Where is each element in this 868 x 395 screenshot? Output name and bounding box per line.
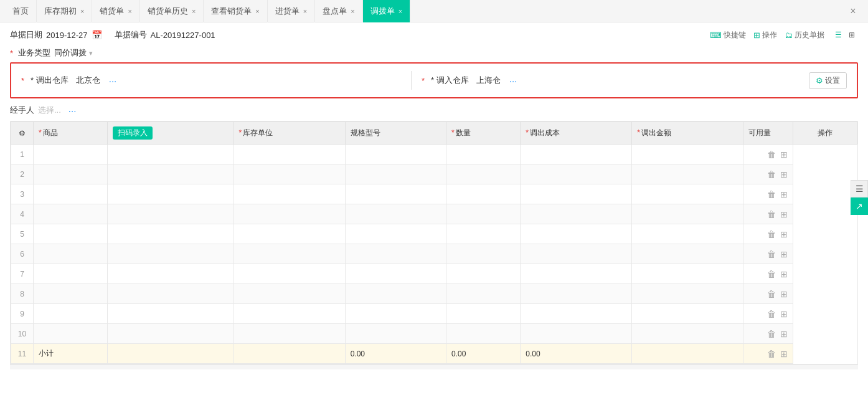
row-6-available[interactable] [632,244,743,264]
row-7-available[interactable] [632,264,743,284]
row-8-goods[interactable] [34,284,108,304]
delete-row-3-icon[interactable]: 🗑 [767,189,776,199]
history-action[interactable]: 🗂 历史单据 [785,30,824,40]
copy-row-3-icon[interactable]: ⊞ [780,189,788,199]
row-6-unit[interactable] [108,244,234,264]
row-10-qty[interactable] [345,324,446,344]
row-10-amount[interactable] [521,324,632,344]
layout-grid-icon[interactable]: ⊞ [846,29,858,41]
delete-row-8-icon[interactable]: 🗑 [767,289,776,299]
row-10-goods[interactable] [34,324,108,344]
row-9-amount[interactable] [521,304,632,324]
row-3-goods[interactable] [34,184,108,204]
tab-view-sales[interactable]: 查看销货单 × [204,0,267,22]
copy-row-5-icon[interactable]: ⊞ [780,229,788,239]
row-1-cost[interactable] [446,145,521,164]
delete-subtotal-icon[interactable]: 🗑 [767,349,776,359]
row-4-amount[interactable] [521,204,632,224]
copy-row-9-icon[interactable]: ⊞ [780,309,788,319]
row-9-unit[interactable] [108,304,234,324]
row-6-amount[interactable] [521,244,632,264]
window-close-button[interactable]: × [843,1,863,21]
row-3-spec[interactable] [234,184,345,204]
delete-row-5-icon[interactable]: 🗑 [767,229,776,239]
shortcut-action[interactable]: ⌨ 快捷键 [710,30,746,40]
row-2-unit[interactable] [108,164,234,184]
copy-row-1-icon[interactable]: ⊞ [780,150,788,159]
copy-row-4-icon[interactable]: ⊞ [780,209,788,219]
out-warehouse-more-btn[interactable]: ··· [109,75,117,86]
row-8-cost[interactable] [446,284,521,304]
copy-row-2-icon[interactable]: ⊞ [780,169,788,179]
row-1-available[interactable] [632,145,743,164]
in-warehouse-value[interactable]: 上海仓 [476,75,501,86]
tab-purchase-order[interactable]: 进货单 × [268,0,315,22]
row-3-amount[interactable] [521,184,632,204]
float-list-btn[interactable]: ☰ [851,180,868,198]
row-6-spec[interactable] [234,244,345,264]
tab-home[interactable]: 首页 [5,0,37,22]
close-tab-purchase-order[interactable]: × [303,7,307,15]
row-2-qty[interactable] [345,164,446,184]
row-7-amount[interactable] [521,264,632,284]
row-9-goods[interactable] [34,304,108,324]
row-8-available[interactable] [632,284,743,304]
horizontal-scrollbar[interactable] [10,364,858,369]
row-5-unit[interactable] [108,224,234,244]
tab-sales-history[interactable]: 销货单历史 × [140,0,204,22]
tab-transfer-order[interactable]: 调拨单 × [363,0,410,22]
row-1-amount[interactable] [521,145,632,164]
calendar-icon[interactable]: 📅 [92,30,102,40]
row-2-cost[interactable] [446,164,521,184]
in-warehouse-more-btn[interactable]: ··· [509,75,517,86]
row-10-spec[interactable] [234,324,345,344]
copy-row-8-icon[interactable]: ⊞ [780,289,788,299]
tab-inventory-count[interactable]: 盘点单 × [315,0,362,22]
row-2-amount[interactable] [521,164,632,184]
person-more-btn[interactable]: ··· [68,105,77,116]
row-4-qty[interactable] [345,204,446,224]
row-9-spec[interactable] [234,304,345,324]
row-10-unit[interactable] [108,324,234,344]
delete-row-2-icon[interactable]: 🗑 [767,169,776,179]
row-5-cost[interactable] [446,224,521,244]
business-type-select[interactable]: 同价调拨 ▾ [54,47,129,59]
person-select[interactable]: 选择... [38,105,61,116]
float-external-btn[interactable]: ↗ [851,198,868,215]
row-9-qty[interactable] [345,304,446,324]
copy-row-7-icon[interactable]: ⊞ [780,269,788,279]
row-7-qty[interactable] [345,264,446,284]
row-2-goods[interactable] [34,164,108,184]
delete-row-1-icon[interactable]: 🗑 [767,150,776,159]
row-5-amount[interactable] [521,224,632,244]
row-1-qty[interactable] [345,145,446,164]
out-warehouse-value[interactable]: 北京仓 [76,75,100,86]
row-10-cost[interactable] [446,324,521,344]
delete-row-7-icon[interactable]: 🗑 [767,269,776,279]
row-4-spec[interactable] [234,204,345,224]
row-8-spec[interactable] [234,284,345,304]
delete-row-4-icon[interactable]: 🗑 [767,209,776,219]
row-10-available[interactable] [632,324,743,344]
row-7-cost[interactable] [446,264,521,284]
row-4-cost[interactable] [446,204,521,224]
row-7-goods[interactable] [34,264,108,284]
close-tab-transfer-order[interactable]: × [399,7,402,15]
row-3-unit[interactable] [108,184,234,204]
row-9-cost[interactable] [446,304,521,324]
tab-sales-order[interactable]: 销货单 × [92,0,139,22]
delete-row-9-icon[interactable]: 🗑 [767,309,776,319]
row-4-unit[interactable] [108,204,234,224]
tab-inventory-init[interactable]: 库存期初 × [37,0,92,22]
row-6-qty[interactable] [345,244,446,264]
row-7-unit[interactable] [108,264,234,284]
row-2-available[interactable] [632,164,743,184]
row-8-amount[interactable] [521,284,632,304]
row-1-goods[interactable] [34,145,108,164]
delete-row-10-icon[interactable]: 🗑 [767,329,776,339]
row-4-goods[interactable] [34,204,108,224]
close-tab-sales-history[interactable]: × [192,7,196,15]
row-5-qty[interactable] [345,224,446,244]
row-1-spec[interactable] [234,145,345,164]
col-gear[interactable]: ⚙ [11,122,34,145]
